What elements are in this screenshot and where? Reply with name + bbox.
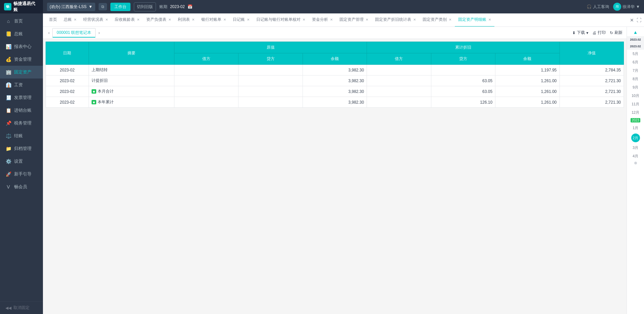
tab-depreciation-stat[interactable]: 固定资产折旧统计表 ✕ [372,13,419,27]
sidebar-item-tax[interactable]: 📌 税务管理 [0,117,43,129]
sidebar-item-invoice[interactable]: 🧾 发票管理 [0,91,43,104]
date-nav-4[interactable]: 4月 [627,152,644,160]
period-label: 账期 2023-02 📅 [159,4,193,10]
tax-icon: 📌 [5,120,11,126]
print-button[interactable]: 🖨 打印 [592,30,606,36]
date-nav-3[interactable]: 3月 [627,144,644,152]
tab-receivable-aging[interactable]: 应收账龄表 ✕ [111,13,143,27]
th-orig-credit: 贷方 [238,53,303,65]
tab-depreciation-stat-close[interactable]: ✕ [413,18,416,21]
tab-journal[interactable]: 日记账 ✕ [229,13,253,27]
sidebar-item-settings[interactable]: ⚙️ 设置 [0,155,43,168]
vip-icon: V [5,184,11,190]
download-button[interactable]: ⬇ 下载 ▾ [572,30,588,36]
tab-asset-mgmt[interactable]: 固定资产管理 ✕ [336,13,372,27]
tabbar: 首页 总账 ✕ 经营状况表 ✕ 应收账龄表 ✕ 资产负债表 ✕ 利润表 ✕ 银行… [43,13,644,27]
copy-button[interactable]: ⧉ [99,3,107,10]
date-nav-11[interactable]: 11月 [627,100,644,108]
active-month[interactable]: 2月 [631,134,640,142]
closing-icon: ⚖️ [5,133,11,139]
date-nav-10[interactable]: 10月 [627,92,644,100]
sidebar-item-home[interactable]: ⌂ 首页 [0,15,43,28]
sidebar-item-funds[interactable]: 💰 资金管理 [0,53,43,66]
date-nav-6[interactable]: 6月 [627,58,644,66]
user-service[interactable]: 🎧 人工客询 [587,4,609,10]
sidebar-item-inventory[interactable]: 📋 进销台账 [0,104,43,117]
invoice-icon: 🧾 [5,95,11,100]
cell-date: 2023-02 [46,97,89,108]
right-date-nav: ▲ 2023.02 2023.02 5月 6月 7月 8月 9月 10月 11月… [627,27,644,314]
date-nav-7[interactable]: 7月 [627,66,644,75]
date-nav-1[interactable]: 1月 [627,124,644,132]
sidebar-item-archive-label: 归档管理 [14,146,32,152]
tab-bank-statement-label: 银行对账单 [201,17,221,22]
sidebar-item-archive[interactable]: 📁 归档管理 [0,142,43,155]
tab-asset-category-close[interactable]: ✕ [449,18,451,21]
cell-orig-credit [238,86,303,97]
tab-reconcile[interactable]: 日记账与银行对账单核对 ✕ [253,13,309,27]
tab-asset-detail-close[interactable]: ✕ [488,18,491,21]
tab-close-all-icon[interactable]: ✕ [630,17,634,23]
tab-asset-mgmt-close[interactable]: ✕ [366,18,368,21]
username: 徐泽华 [623,4,635,10]
tab-balance-close[interactable]: ✕ [168,18,171,21]
tab-maximize-icon[interactable]: ⛶ [637,17,641,23]
tab-asset-category[interactable]: 固定资产类别 ✕ [419,13,455,27]
sidebar-item-closing[interactable]: ⚖️ 结账 [0,129,43,142]
avatar-icon: 用 [613,3,621,11]
sidebar-item-ledger[interactable]: 📒 总账 [0,28,43,40]
tab-journal-close[interactable]: ✕ [247,18,250,21]
tab-receivable-close[interactable]: ✕ [137,18,140,21]
cell-acc-credit: 63.05 [431,75,495,86]
cell-orig-debit [174,97,238,108]
cell-summary: ■本月合计 [89,86,174,97]
date-nav-up[interactable]: ▲ [632,28,639,36]
date-nav-5[interactable]: 5月 [627,50,644,58]
date-nav-8[interactable]: 8月 [627,75,644,83]
tab-fund-analysis-close[interactable]: ✕ [330,18,333,21]
tab-reconcile-close[interactable]: ✕ [303,18,305,21]
company-selector[interactable]: (劝办) 江西服坐-LSS ▼ [47,3,95,11]
sidebar-item-settings-label: 设置 [14,158,23,164]
active-month-container[interactable]: 2月 [631,132,640,144]
calendar-icon[interactable]: 📅 [187,4,193,9]
cell-orig-balance: 3,982.30 [303,86,367,97]
tab-bank-statement[interactable]: 银行对账单 ✕ [198,13,229,27]
subtab-prev[interactable]: ‹ [47,30,51,36]
tab-home-label: 首页 [49,17,57,22]
user-avatar[interactable]: 用 徐泽华 ▼ [613,3,640,11]
th-date: 日期 [46,42,89,65]
sidebar-item-reports[interactable]: 📊 报表中心 [0,40,43,53]
company-dropdown-icon: ▼ [89,4,93,9]
sidebar-item-guide[interactable]: 🚀 新手引导 [0,168,43,180]
asset-detail-table: 日期 摘要 原值 累计折旧 净值 借方 贷方 余额 借方 贷方 余额 [46,42,624,108]
sidebar-item-ledger-label: 总账 [14,31,23,37]
tab-profit-close[interactable]: ✕ [192,18,195,21]
subtab-next[interactable]: › [97,30,101,36]
tab-home[interactable]: 首页 [46,13,60,27]
tab-balance-sheet[interactable]: 资产负债表 ✕ [143,13,174,27]
sidebar-item-payroll[interactable]: 👔 工资 [0,78,43,91]
tab-ledger-close[interactable]: ✕ [74,18,76,21]
tab-asset-detail[interactable]: 固定资产明细账 ✕ [455,13,494,27]
switch-old-button[interactable]: 切到旧版 [134,2,156,11]
date-nav-9[interactable]: 9月 [627,83,644,92]
refresh-button[interactable]: ↻ 刷新 [610,30,623,36]
table-row: 2023-02 上期结转 3,982.30 1,197.95 2,784.35 [46,65,624,75]
subtab-asset[interactable]: 000001 联想笔记本 [52,28,96,38]
cell-date: 2023-02 [46,75,89,86]
tab-profit[interactable]: 利润表 ✕ [174,13,198,27]
tab-profit-label: 利润表 [178,17,190,22]
tab-business-close[interactable]: ✕ [105,18,108,21]
sidebar-collapse[interactable]: ◀◀ 取消固定 [0,301,43,314]
sidebar-item-vip[interactable]: V 畅会员 [0,180,43,193]
tab-business-status[interactable]: 经营状况表 ✕ [80,13,111,27]
main-panel: ‹ 000001 联想笔记本 › ⬇ 下载 ▾ 🖨 [43,27,627,314]
tab-bank-close[interactable]: ✕ [223,18,226,21]
sidebar-item-fixed-assets[interactable]: 🏢 固定资产 [0,66,43,78]
tab-ledger[interactable]: 总账 ✕ [60,13,80,27]
company-name: (劝办) 江西服坐-LSS [50,4,87,10]
workbench-button[interactable]: 工作台 [110,3,130,11]
tab-fund-analysis[interactable]: 资金分析 ✕ [309,13,336,27]
date-nav-12[interactable]: 12月 [627,108,644,117]
